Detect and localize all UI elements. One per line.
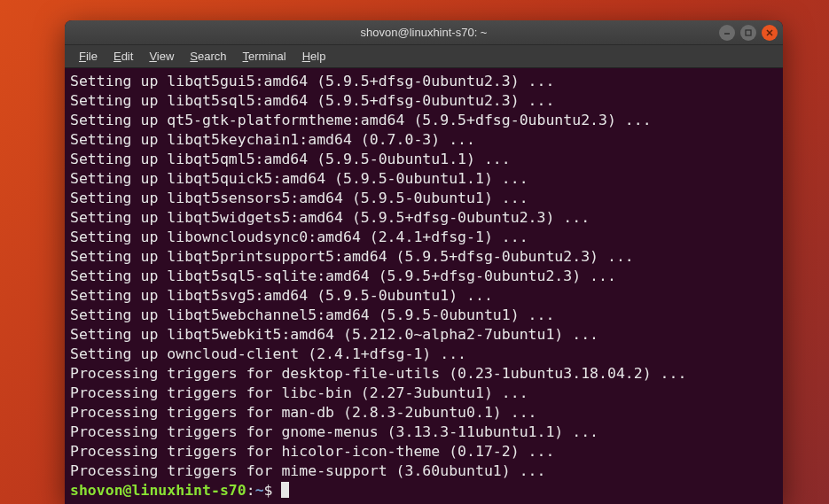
maximize-icon bbox=[745, 29, 752, 36]
titlebar[interactable]: shovon@linuxhint-s70: ~ bbox=[65, 20, 783, 45]
maximize-button[interactable] bbox=[740, 25, 756, 41]
output-line: Setting up libqt5qml5:amd64 (5.9.5-0ubun… bbox=[70, 150, 778, 169]
output-line: Setting up libqt5widgets5:amd64 (5.9.5+d… bbox=[70, 208, 778, 228]
output-line: Setting up libqt5svg5:amd64 (5.9.5-0ubun… bbox=[70, 286, 778, 306]
cursor-icon bbox=[281, 482, 289, 498]
menu-search[interactable]: Search bbox=[183, 47, 233, 66]
prompt-line: shovon@linuxhint-s70:~$ bbox=[70, 481, 778, 500]
prompt-symbol: $ bbox=[264, 482, 273, 499]
prompt-separator: : bbox=[246, 482, 255, 499]
output-line: Setting up qt5-gtk-platformtheme:amd64 (… bbox=[70, 111, 778, 130]
output-line: Setting up libqt5webchannel5:amd64 (5.9.… bbox=[70, 306, 778, 325]
output-line: Processing triggers for mime-support (3.… bbox=[70, 461, 778, 481]
output-line: Setting up libqt5sql5:amd64 (5.9.5+dfsg-… bbox=[70, 91, 778, 111]
menu-file[interactable]: File bbox=[72, 47, 105, 66]
output-line: Setting up libqt5quick5:amd64 (5.9.5-0ub… bbox=[70, 169, 778, 189]
close-icon bbox=[766, 29, 773, 36]
output-line: Processing triggers for libc-bin (2.27-3… bbox=[70, 384, 778, 403]
output-line: Setting up libqt5gui5:amd64 (5.9.5+dfsg-… bbox=[70, 72, 778, 91]
prompt-path: ~ bbox=[255, 482, 264, 499]
close-button[interactable] bbox=[762, 25, 778, 41]
svg-rect-1 bbox=[746, 30, 751, 35]
output-line: Setting up libqt5keychain1:amd64 (0.7.0-… bbox=[70, 130, 778, 150]
output-line: Setting up libqt5sensors5:amd64 (5.9.5-0… bbox=[70, 189, 778, 208]
window-controls bbox=[719, 25, 778, 41]
output-line: Processing triggers for desktop-file-uti… bbox=[70, 364, 778, 384]
menu-edit[interactable]: Edit bbox=[106, 47, 140, 66]
prompt-user-host: shovon@linuxhint-s70 bbox=[70, 482, 246, 499]
menu-terminal[interactable]: Terminal bbox=[236, 47, 293, 66]
minimize-icon bbox=[723, 29, 731, 36]
output-line: Setting up libowncloudsync0:amd64 (2.4.1… bbox=[70, 228, 778, 247]
menu-view[interactable]: View bbox=[142, 47, 181, 66]
menu-help[interactable]: Help bbox=[295, 47, 333, 66]
terminal-output[interactable]: Setting up libqt5gui5:amd64 (5.9.5+dfsg-… bbox=[65, 68, 783, 504]
output-line: Processing triggers for man-db (2.8.3-2u… bbox=[70, 403, 778, 423]
window-title: shovon@linuxhint-s70: ~ bbox=[361, 26, 488, 39]
output-line: Setting up owncloud-client (2.4.1+dfsg-1… bbox=[70, 345, 778, 364]
output-line: Setting up libqt5printsupport5:amd64 (5.… bbox=[70, 247, 778, 267]
output-line: Setting up libqt5sql5-sqlite:amd64 (5.9.… bbox=[70, 267, 778, 286]
minimize-button[interactable] bbox=[719, 25, 735, 41]
terminal-window: shovon@linuxhint-s70: ~ File Edit View S… bbox=[65, 20, 783, 504]
output-line: Processing triggers for hicolor-icon-the… bbox=[70, 442, 778, 461]
menubar: File Edit View Search Terminal Help bbox=[65, 45, 783, 68]
output-line: Setting up libqt5webkit5:amd64 (5.212.0~… bbox=[70, 325, 778, 345]
output-line: Processing triggers for gnome-menus (3.1… bbox=[70, 423, 778, 442]
